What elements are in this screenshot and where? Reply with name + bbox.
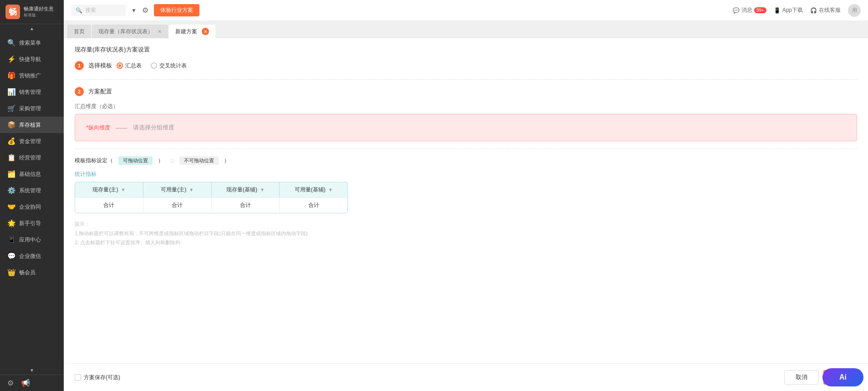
sidebar-item-quick-nav[interactable]: ⚡ 快捷导航 xyxy=(0,51,64,67)
stats-body-row: 合计 合计 合计 合计 xyxy=(75,197,347,213)
topbar-right: 💬 消息 99+ 📱 App下载 🎧 在线客服 用 xyxy=(733,4,861,17)
radio-cross-label: 交叉统计表 xyxy=(159,62,187,70)
message-button[interactable]: 💬 消息 99+ xyxy=(733,6,766,14)
sales-icon: 📊 xyxy=(7,88,15,96)
sidebar-item-marketing[interactable]: 🎁 营销推广 xyxy=(0,67,64,84)
radio-summary[interactable]: 汇总表 xyxy=(117,62,142,70)
stats-col-2-header[interactable]: 可用量(主) ▼ xyxy=(143,182,212,197)
sidebar-item-purchase[interactable]: 🛒 采购管理 xyxy=(0,100,64,117)
content-area: 现存量(库存状况表)方案设置 1 选择模板 汇总表 交叉统计表 xyxy=(64,38,868,363)
settings-gear-icon[interactable]: ⚙ xyxy=(142,6,148,15)
sidebar-item-new-guide[interactable]: 🌟 新手引导 xyxy=(0,215,64,232)
topbar: 🔍 搜索 ▼ ⚙ 体验行业方案 💬 消息 99+ 📱 App下载 🎧 在线客服 … xyxy=(64,0,868,21)
chevron-down-icon-3: ▼ xyxy=(260,187,265,192)
sidebar: 畅 畅康通好生意 标准版 ▲ 🔍 搜索菜单 ⚡ 快捷导航 🎁 营销推广 📊 销售… xyxy=(0,0,64,391)
stats-col-3-header[interactable]: 现存量(基辅) ▼ xyxy=(212,182,280,197)
sidebar-item-label: 销售管理 xyxy=(19,88,41,96)
section-divider-1 xyxy=(75,79,857,80)
panel-title: 现存量(库存状况表)方案设置 xyxy=(75,46,857,54)
tip-2: 2. 点击标题栏下拉可设置排序、插入列和删除列 xyxy=(75,238,857,247)
ai-badge[interactable]: Ai xyxy=(822,368,863,386)
sidebar-item-label: 资金管理 xyxy=(19,138,41,145)
tab-inventory-close-icon[interactable]: ✕ xyxy=(158,29,162,35)
save-option[interactable]: 方案保存(可选) xyxy=(75,374,120,381)
logo-icon: 畅 xyxy=(5,5,20,19)
sidebar-item-system[interactable]: ⚙️ 系统管理 xyxy=(0,182,64,199)
online-service-label: 在线客服 xyxy=(819,6,841,14)
section1-num: 1 xyxy=(75,61,84,70)
app-logo: 畅 畅康通好生意 标准版 xyxy=(0,0,64,24)
online-service-button[interactable]: 🎧 在线客服 xyxy=(810,6,841,14)
stats-col-2-body: 合计 xyxy=(143,197,212,213)
member-icon: 👑 xyxy=(7,268,15,277)
sidebar-item-label: 基础信息 xyxy=(19,170,41,178)
tag-draggable: 可拖动位置 xyxy=(118,156,153,165)
finance-icon: 💰 xyxy=(7,137,15,145)
save-checkbox[interactable] xyxy=(75,374,81,381)
tab-home[interactable]: 首页 xyxy=(67,25,91,38)
sidebar-item-finance[interactable]: 💰 资金管理 xyxy=(0,133,64,149)
stats-col-4-body: 合计 xyxy=(280,197,347,213)
section-divider-2 xyxy=(75,149,857,149)
main-area: 🔍 搜索 ▼ ⚙ 体验行业方案 💬 消息 99+ 📱 App下载 🎧 在线客服 … xyxy=(64,0,868,391)
headset-icon: 🎧 xyxy=(810,7,817,14)
settings-icon[interactable]: ⚙ xyxy=(7,379,14,387)
sidebar-item-label: 新手引导 xyxy=(19,220,41,227)
message-icon: 💬 xyxy=(733,7,740,14)
new-guide-icon: 🌟 xyxy=(7,219,15,227)
user-avatar[interactable]: 用 xyxy=(848,4,861,17)
radio-summary-label: 汇总表 xyxy=(125,62,142,70)
section2-header: 2 方案配置 xyxy=(75,87,857,96)
stats-section-label: 统计指标 xyxy=(75,170,857,178)
tab-inventory-status[interactable]: 现存量（库存状况表） ✕ xyxy=(92,25,168,38)
sidebar-scroll-up[interactable]: ▲ xyxy=(0,24,64,33)
sidebar-item-inventory[interactable]: 📦 库存核算 xyxy=(0,117,64,133)
tab-new-plan[interactable]: 新建方案 ✕ xyxy=(169,25,215,38)
sidebar-item-operations[interactable]: 📋 经营管理 xyxy=(0,149,64,166)
sidebar-item-corp-wechat[interactable]: 💬 企业微信 xyxy=(0,248,64,264)
search-icon: 🔍 xyxy=(76,7,82,14)
scroll-down-icon[interactable]: ▼ xyxy=(29,367,35,374)
chevron-down-icon: ▼ xyxy=(131,7,137,14)
tab-new-plan-label: 新建方案 xyxy=(175,28,197,36)
tab-new-plan-close-icon[interactable]: ✕ xyxy=(202,28,209,35)
dimension-box[interactable]: *纵向维度 —— 请选择分组维度 xyxy=(75,114,857,141)
stats-col-3-body: 合计 xyxy=(212,197,280,213)
stats-col-2-label: 可用量(主) xyxy=(161,186,186,194)
speaker-icon[interactable]: 📢 xyxy=(21,379,30,387)
sidebar-item-member[interactable]: 👑 畅会员 xyxy=(0,264,64,281)
basic-info-icon: 🗂️ xyxy=(7,170,15,178)
sidebar-item-search-menu[interactable]: 🔍 搜索菜单 xyxy=(0,35,64,51)
scroll-up-icon[interactable]: ▲ xyxy=(29,25,35,32)
system-icon: ⚙️ xyxy=(7,186,15,195)
sidebar-item-enterprise[interactable]: 🤝 企业协同 xyxy=(0,199,64,215)
indicator-settings-label: 模板指标设定（ xyxy=(75,157,113,165)
dim-section-label: 汇总维度（必选） xyxy=(75,103,857,110)
chevron-down-icon-4: ▼ xyxy=(328,187,333,192)
indicator-settings-end: ） xyxy=(224,157,230,165)
trial-button[interactable]: 体验行业方案 xyxy=(154,4,199,16)
stats-col-4-header[interactable]: 可用量(基辅) ▼ xyxy=(280,182,347,197)
sidebar-item-label: 企业微信 xyxy=(19,252,41,260)
stats-col-1-body: 合计 xyxy=(75,197,143,213)
section2-num: 2 xyxy=(75,87,84,96)
sidebar-bottom: ⚙ 📢 xyxy=(0,375,64,391)
sidebar-item-sales[interactable]: 📊 销售管理 xyxy=(0,84,64,100)
sidebar-item-app-center[interactable]: 📱 应用中心 xyxy=(0,232,64,248)
app-download-button[interactable]: 📱 App下载 xyxy=(774,6,803,14)
section2-label: 方案配置 xyxy=(88,87,112,96)
topbar-dropdown[interactable]: ▼ xyxy=(131,7,137,14)
sidebar-scroll-down[interactable]: ▼ xyxy=(0,366,64,375)
radio-cross-dot xyxy=(151,62,157,69)
sidebar-item-basic-info[interactable]: 🗂️ 基础信息 xyxy=(0,166,64,182)
sidebar-item-label: 企业协同 xyxy=(19,203,41,211)
stats-col-1-header[interactable]: 现存量(主) ▼ xyxy=(75,182,143,197)
search-box[interactable]: 🔍 搜索 xyxy=(71,5,126,16)
tip-1: 1.拖动标题栏可以调整布局，不可跨维度或指标区域拖动栏目字段(只能在同一维度或指… xyxy=(75,229,857,238)
section-template: 1 选择模板 汇总表 交叉统计表 xyxy=(75,61,857,70)
radio-cross[interactable]: 交叉统计表 xyxy=(151,62,187,70)
section1-label: 选择模板 xyxy=(88,62,112,70)
stats-col-4-label: 可用量(基辅) xyxy=(295,186,326,194)
cancel-button[interactable]: 取消 xyxy=(784,370,819,385)
quick-nav-icon: ⚡ xyxy=(7,55,15,63)
